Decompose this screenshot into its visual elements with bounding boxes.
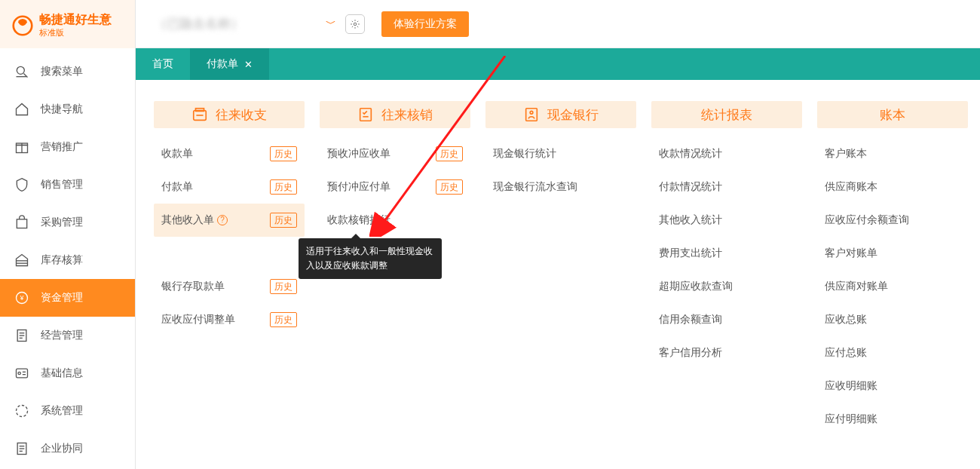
sidebar-item-basic[interactable]: 基础信息 (0, 354, 135, 392)
menu-item-label: 费用支出统计 (659, 247, 722, 260)
history-badge[interactable]: 历史 (270, 179, 297, 195)
svg-point-32 (530, 111, 533, 114)
sidebar-item-operate[interactable]: 经营管理 (0, 317, 135, 354)
menu-item[interactable]: 现金银行流水查询 (485, 170, 636, 204)
column-list: 客户账本供应商账本应收应付余额查询客户对账单供应商对账单应收总账应付总账应收明细… (817, 128, 968, 436)
brand: 畅捷通好生意 标准版 (0, 0, 135, 48)
tab-pay[interactable]: 付款单✕ (190, 48, 269, 80)
sidebar-item-label: 经营管理 (41, 329, 83, 342)
menu-item-label: 收款核销执行 (327, 213, 390, 227)
menu-item[interactable]: 客户对账单 (817, 237, 968, 270)
history-badge[interactable]: 历史 (270, 146, 297, 161)
menu-item[interactable]: 信用余额查询 (651, 303, 802, 336)
column-title: 往来收支 (216, 106, 267, 124)
sidebar-item-sales[interactable]: 销售管理 (0, 166, 135, 204)
sidebar-items: 搜索菜单快捷导航营销推广销售管理采购管理库存核算¥资金管理经营管理基础信息系统管… (0, 48, 135, 469)
column-header: 现金银行 (485, 101, 636, 128)
sidebar-item-label: 采购管理 (41, 216, 83, 229)
tab-label: 付款单 (207, 57, 238, 71)
history-badge[interactable]: 历史 (270, 279, 297, 294)
svg-rect-7 (17, 219, 26, 228)
menu-item[interactable]: 超期应收款查询 (651, 270, 802, 303)
tab-label: 首页 (152, 57, 173, 71)
menu-item[interactable]: 供应商账本 (817, 170, 968, 204)
sidebar-item-inventory[interactable]: 库存核算 (0, 241, 135, 279)
menu-item[interactable]: 付款单历史 (154, 170, 305, 204)
doc-icon (14, 327, 30, 344)
history-badge[interactable]: 历史 (270, 213, 297, 228)
column-list: 收款情况统计付款情况统计其他收入统计费用支出统计超期应收款查询信用余额查询客户信… (651, 128, 802, 369)
menu-item[interactable]: 收款情况统计 (651, 137, 802, 170)
help-tooltip: 适用于往来收入和一般性现金收入以及应收账款调整 (299, 238, 442, 279)
menu-item[interactable]: 预收冲应收单历史 (320, 137, 470, 170)
tab-close-icon[interactable]: ✕ (244, 59, 253, 70)
menu-item-label: 客户账本 (825, 147, 867, 161)
menu-item[interactable]: 供应商对账单 (817, 270, 968, 303)
menu-item[interactable]: 客户信用分析 (651, 336, 802, 369)
column-header: 统计报表 (651, 101, 802, 128)
sidebar: 畅捷通好生意 标准版 搜索菜单快捷导航营销推广销售管理采购管理库存核算¥资金管理… (0, 0, 136, 469)
history-badge[interactable]: 历史 (270, 312, 297, 327)
menu-item[interactable]: 其他收入统计 (651, 204, 802, 237)
menu-item[interactable]: 应收明细账 (817, 369, 968, 403)
circle-icon (14, 403, 30, 419)
settings-button[interactable] (345, 14, 365, 34)
menu-item[interactable]: 预付冲应付单历史 (320, 170, 470, 204)
history-badge[interactable]: 历史 (436, 179, 463, 195)
menu-item[interactable]: 应收应付调整单历史 (154, 303, 305, 336)
column-stats: 统计报表收款情况统计付款情况统计其他收入统计费用支出统计超期应收款查询信用余额查… (651, 101, 802, 454)
column-list: 现金银行统计现金银行流水查询 (485, 128, 636, 204)
column-title: 往来核销 (381, 106, 433, 124)
column-cash-bank: 现金银行现金银行统计现金银行流水查询 (485, 101, 636, 454)
menu-item-label: 收款情况统计 (659, 147, 722, 161)
menu-item[interactable]: 付款情况统计 (651, 170, 802, 204)
menu-item[interactable]: 银行存取款单历史 (154, 270, 305, 303)
content-area: 往来收支收款单历史付款单历史其他收入单?历史费用单历史银行存取款单历史应收应付调… (136, 80, 980, 469)
sidebar-item-quicknav[interactable]: 快捷导航 (0, 90, 135, 128)
help-icon[interactable]: ? (217, 215, 228, 225)
menu-item-label: 客户信用分析 (659, 346, 722, 360)
sidebar-item-label: 销售管理 (41, 178, 83, 192)
svg-point-17 (18, 372, 20, 374)
menu-item-label: 现金银行统计 (493, 147, 556, 161)
cta-button[interactable]: 体验行业方案 (381, 11, 469, 37)
column-ledger: 账本客户账本供应商账本应收应付余额查询客户对账单供应商对账单应收总账应付总账应收… (817, 101, 968, 454)
menu-item[interactable]: 应收总账 (817, 303, 968, 336)
brand-subtitle: 标准版 (39, 27, 112, 38)
svg-text:¥: ¥ (20, 294, 24, 302)
home-icon (14, 101, 30, 118)
menu-item[interactable]: 应付明细账 (817, 403, 968, 436)
menu-item[interactable]: 现金银行统计 (485, 137, 636, 170)
org-dropdown-chevron-icon[interactable]: ﹀ (326, 17, 336, 31)
sidebar-item-system[interactable]: 系统管理 (0, 392, 135, 430)
menu-item[interactable]: 其他收入单?历史 (154, 204, 305, 237)
warehouse-icon (14, 252, 30, 268)
sidebar-item-label: 搜索菜单 (41, 65, 83, 78)
sidebar-item-funds[interactable]: ¥资金管理 (0, 279, 135, 317)
menu-item-label: 其他收入单? (161, 213, 228, 227)
menu-item-label: 银行存取款单 (161, 280, 225, 293)
menu-item-label: 现金银行流水查询 (493, 180, 577, 194)
menu-item[interactable]: 应收应付余额查询 (817, 204, 968, 237)
sidebar-item-search[interactable]: 搜索菜单 (0, 53, 135, 90)
column-list: 收款单历史付款单历史其他收入单?历史费用单历史银行存取款单历史应收应付调整单历史 (154, 128, 305, 336)
column-header: 往来收支 (154, 101, 305, 128)
sidebar-item-purchase[interactable]: 采购管理 (0, 204, 135, 241)
column-header: 往来核销 (320, 101, 470, 128)
gift-icon (14, 139, 30, 155)
menu-item[interactable]: 客户账本 (817, 137, 968, 170)
menu-item[interactable]: 收款单历史 (154, 137, 305, 170)
svg-point-1 (17, 66, 24, 74)
gear-icon (350, 19, 360, 29)
menu-item[interactable]: 应付总账 (817, 336, 968, 369)
menu-item-label: 应付总账 (825, 346, 867, 360)
menu-item[interactable]: 收款核销执行 (320, 204, 470, 237)
menu-item[interactable]: 费用支出统计 (651, 237, 802, 270)
svg-rect-29 (360, 109, 372, 121)
tab-home[interactable]: 首页 (136, 48, 190, 80)
sidebar-item-marketing[interactable]: 营销推广 (0, 128, 135, 166)
column-income-expense: 往来收支收款单历史付款单历史其他收入单?历史费用单历史银行存取款单历史应收应付调… (154, 101, 305, 454)
menu-item-label: 应收应付调整单 (161, 313, 235, 326)
sidebar-item-collab[interactable]: 企业协同 (0, 430, 135, 467)
history-badge[interactable]: 历史 (436, 146, 463, 161)
